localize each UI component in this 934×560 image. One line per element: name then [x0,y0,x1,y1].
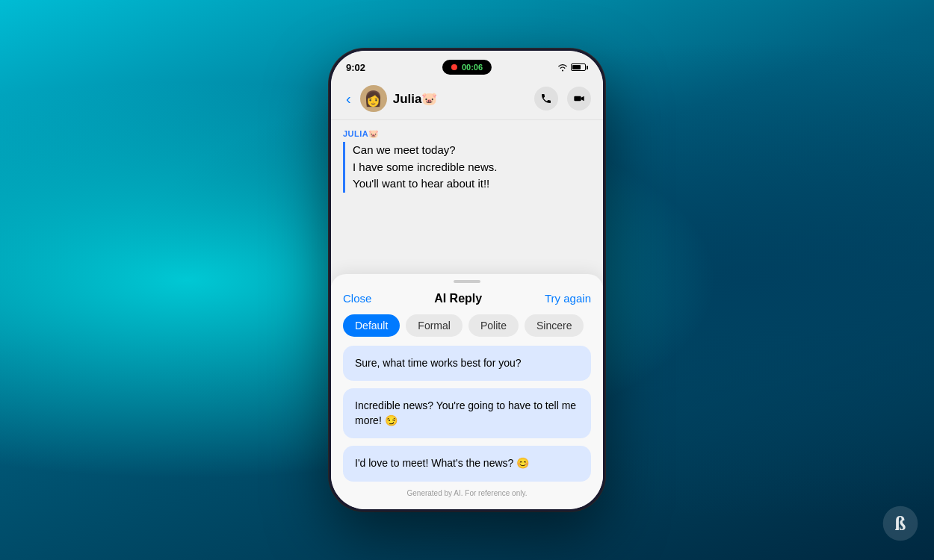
phone-icon [540,93,552,105]
reply-item-1[interactable]: Sure, what time works best for you? [343,346,591,382]
sender-label: JULIA🐷 [343,129,591,139]
reply-item-2[interactable]: Incredible news? You're going to have to… [343,388,591,438]
reply-suggestions: Sure, what time works best for you? Incr… [331,346,603,482]
brand-logo: ß [882,505,919,542]
chat-header: ‹ 👩 Julia🐷 [331,81,603,120]
tone-chip-default[interactable]: Default [343,314,400,337]
phone-frame: 9:02 00:06 [329,49,605,511]
close-button[interactable]: Close [343,292,371,305]
tone-chip-polite[interactable]: Polite [468,314,519,337]
dynamic-island-pill: 00:06 [442,60,492,75]
panel-header: Close AI Reply Try again [331,283,603,311]
panel-title: AI Reply [434,292,482,305]
reply-item-3[interactable]: I'd love to meet! What's the news? 😊 [343,446,591,482]
video-icon [573,93,585,105]
message-area: JULIA🐷 Can we meet today? I have some in… [331,120,603,274]
try-again-button[interactable]: Try again [545,292,591,305]
tone-chip-formal[interactable]: Formal [406,314,463,337]
phone-call-button[interactable] [534,87,558,111]
tone-chips: Default Formal Polite Sincere [331,311,603,346]
received-message: Can we meet today? I have some incredibl… [343,142,591,193]
contact-name: Julia🐷 [393,91,528,107]
phone-screen: 9:02 00:06 [331,51,603,509]
message-line-1: Can we meet today? [353,142,591,159]
back-button[interactable]: ‹ [343,87,354,111]
status-bar: 9:02 00:06 [331,51,603,81]
svg-text:ß: ß [895,512,906,535]
call-timer: 00:06 [462,63,483,72]
battery-icon [571,63,588,71]
watermark: ß [882,505,919,545]
ai-footer: Generated by AI. For reference only. [331,489,603,497]
message-line-3: You'll want to hear about it!! [353,175,591,193]
ai-reply-panel: Close AI Reply Try again Default Formal … [331,274,603,509]
svg-rect-0 [574,96,581,102]
avatar: 👩 [360,85,387,112]
dynamic-island: 00:06 [442,60,492,75]
status-icons [557,63,588,72]
wifi-icon [557,63,568,72]
video-call-button[interactable] [567,87,591,111]
tone-chip-sincere[interactable]: Sincere [525,314,584,337]
header-actions [534,87,591,111]
message-line-2: I have some incredible news. [353,159,591,176]
status-time: 9:02 [346,62,365,73]
record-dot [451,64,457,70]
